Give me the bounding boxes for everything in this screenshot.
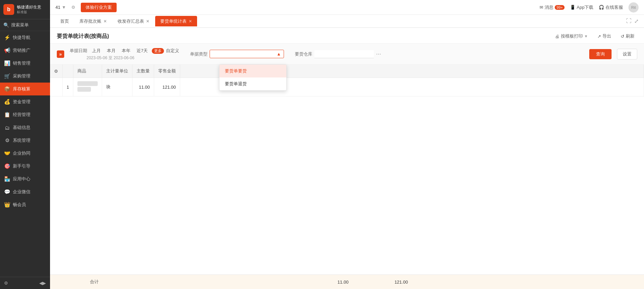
tab-expand-icon[interactable]: ⛶ xyxy=(626,18,631,24)
last-7-days-btn[interactable]: 近7天 xyxy=(135,47,150,54)
sidebar-item-purchase[interactable]: 🛒 采购管理 xyxy=(0,70,50,83)
tab-requisition-stats[interactable]: 要货单统计表 ✕ xyxy=(155,16,197,26)
sidebar: b 畅捷通好生意 标准版 🔍 搜索菜单 ⚡ 快捷导航 📢 营销推广 📊 销售管理… xyxy=(0,0,50,289)
refresh-btn[interactable]: ↺ 刷新 xyxy=(618,32,637,41)
print-chevron-icon: ▼ xyxy=(584,34,588,38)
col-quantity: 主数量 xyxy=(133,65,154,78)
date-more-badge[interactable]: 更多 xyxy=(152,48,164,54)
sidebar-item-label: 企业微信 xyxy=(13,189,30,195)
sidebar-item-label: 资金管理 xyxy=(13,99,30,105)
company-number: 41 xyxy=(55,5,60,10)
type-filter-arrow-icon[interactable]: ▲ xyxy=(277,51,281,57)
requisition-stats-label: 要货单统计表 xyxy=(160,18,187,24)
export-label: 导出 xyxy=(602,33,611,39)
sidebar-item-label: 应用中心 xyxy=(13,176,30,182)
table-wrapper: ⚙ 商品 主计量单位 主数量 零售金额 1 xyxy=(50,65,644,274)
dropdown-item-purchase-order[interactable]: 要货单要货 xyxy=(219,65,286,77)
footer-quantity: 11.00 xyxy=(317,280,369,285)
sidebar-item-label: 销售管理 xyxy=(13,60,30,66)
sidebar-item-wechat[interactable]: 💬 企业微信 xyxy=(0,185,50,198)
inventory-batch-label: 库存批次账 xyxy=(79,18,101,24)
sidebar-item-label: 快捷导航 xyxy=(13,35,30,41)
sidebar-item-finance[interactable]: 💰 资金管理 xyxy=(0,95,50,108)
settings-button[interactable]: 设置 xyxy=(617,49,637,60)
row-product xyxy=(73,78,102,96)
quick-nav-icon: ⚡ xyxy=(4,35,10,41)
online-service-item[interactable]: 🎧 在线客服 xyxy=(599,4,623,10)
tabs-bar: 首页 库存批次账 ✕ 收发存汇总表 ✕ 要货单统计表 ✕ ⛶ ⤢ xyxy=(50,15,644,28)
sidebar-collapse-icon[interactable]: ◀▶ xyxy=(39,281,46,286)
sidebar-item-system[interactable]: ⚙ 系统管理 xyxy=(0,134,50,147)
sidebar-item-sales[interactable]: 📊 销售管理 xyxy=(0,57,50,70)
page-content: 要货单统计表(按商品) 🖨 按模板打印 ▼ ↗ 导出 ↺ 刷新 » xyxy=(50,28,644,289)
warehouse-label: 要货仓库 xyxy=(295,51,312,57)
sidebar-item-member[interactable]: 👑 畅会员 xyxy=(0,198,50,211)
tab-receive-summary[interactable]: 收发存汇总表 ✕ xyxy=(113,16,154,26)
home-tab-label: 首页 xyxy=(60,18,69,24)
col-settings[interactable]: ⚙ xyxy=(50,65,63,78)
tab-home[interactable]: 首页 xyxy=(55,16,74,26)
refresh-icon: ↺ xyxy=(621,34,624,39)
user-avatar[interactable]: Rit xyxy=(628,2,639,13)
member-icon: 👑 xyxy=(4,202,10,208)
search-label: 搜索菜单 xyxy=(11,22,29,28)
query-button[interactable]: 查询 xyxy=(589,49,612,59)
sidebar-item-basic[interactable]: 🗂 基础信息 xyxy=(0,121,50,134)
topbar-left: 41 ▼ ⚙ 体验行业方案 xyxy=(55,3,540,12)
footer-label: 合计 xyxy=(86,279,103,285)
sidebar-settings-icon[interactable]: ⚙ xyxy=(4,281,8,286)
appstore-icon: 🏪 xyxy=(4,176,10,182)
warehouse-filter-input[interactable] xyxy=(314,50,374,58)
message-icon: ✉ xyxy=(540,5,543,10)
sidebar-item-inventory[interactable]: 📦 库存核算 xyxy=(0,83,50,95)
col-amount: 零售金额 xyxy=(154,65,180,78)
sidebar-item-label: 基础信息 xyxy=(13,125,30,131)
tab-inventory-batch[interactable]: 库存批次账 ✕ xyxy=(74,16,112,26)
filter-expand-btn[interactable]: » xyxy=(57,50,64,58)
sidebar-item-quick-nav[interactable]: ⚡ 快捷导航 xyxy=(0,31,50,44)
messages-item[interactable]: ✉ 消息 99+ xyxy=(540,4,565,10)
this-year-btn[interactable]: 本年 xyxy=(120,47,133,54)
marketing-icon: 📢 xyxy=(4,47,10,53)
sidebar-item-operations[interactable]: 📋 经营管理 xyxy=(0,108,50,121)
row-seq: 1 xyxy=(63,78,73,96)
operations-icon: 📋 xyxy=(4,112,10,118)
system-icon: ⚙ xyxy=(4,137,10,143)
row-quantity: 11.00 xyxy=(133,78,154,96)
enterprise-icon: 🤝 xyxy=(4,150,10,156)
last-month-btn[interactable]: 上月 xyxy=(90,47,103,54)
export-icon: ↗ xyxy=(597,34,601,39)
date-range-display: 2023-05-06 至 2023-06-06 xyxy=(70,55,179,61)
guide-icon: 🎯 xyxy=(4,163,10,169)
filter-more-icon[interactable]: ··· xyxy=(376,50,381,58)
sidebar-item-appstore[interactable]: 🏪 应用中心 xyxy=(0,173,50,185)
search-icon: 🔍 xyxy=(3,22,9,28)
tab-close-inventory-batch[interactable]: ✕ xyxy=(103,19,107,24)
logo-text: 畅捷通好生意 xyxy=(17,4,41,10)
tab-close-requisition-stats[interactable]: ✕ xyxy=(189,19,192,24)
company-selector[interactable]: 41 ▼ xyxy=(55,5,66,10)
tab-close-receive-summary[interactable]: ✕ xyxy=(146,19,149,24)
date-custom-btn[interactable]: 自定义 xyxy=(166,48,179,54)
topbar: 41 ▼ ⚙ 体验行业方案 ✉ 消息 99+ 📱 App下载 🎧 在线客服 Ri… xyxy=(50,0,644,15)
type-label: 单据类型 xyxy=(190,51,208,57)
dropdown-item-purchase-return[interactable]: 要货单退货 xyxy=(219,77,286,90)
app-download-item[interactable]: 📱 App下载 xyxy=(570,4,593,10)
avatar-placeholder: Rit xyxy=(631,5,636,9)
type-filter-wrapper: ▲ xyxy=(210,50,284,58)
topbar-gear-icon[interactable]: ⚙ xyxy=(71,5,75,10)
sidebar-search[interactable]: 🔍 搜索菜单 xyxy=(0,19,50,31)
type-filter-input[interactable] xyxy=(213,51,275,57)
basic-icon: 🗂 xyxy=(4,125,10,131)
export-btn[interactable]: ↗ 导出 xyxy=(595,32,614,41)
tab-fullscreen-icon[interactable]: ⤢ xyxy=(634,18,639,24)
trial-button[interactable]: 体验行业方案 xyxy=(81,3,117,12)
sidebar-item-guide[interactable]: 🎯 新手引导 xyxy=(0,160,50,173)
wechat-icon: 💬 xyxy=(4,189,10,195)
footer-amount: 121.00 xyxy=(374,280,428,285)
template-print-btn[interactable]: 🖨 按模板打印 ▼ xyxy=(552,32,591,41)
topbar-right: ✉ 消息 99+ 📱 App下载 🎧 在线客服 Rit xyxy=(540,2,639,13)
sidebar-item-marketing[interactable]: 📢 营销推广 xyxy=(0,44,50,57)
sidebar-item-enterprise[interactable]: 🤝 企业协同 xyxy=(0,147,50,160)
this-month-btn[interactable]: 本月 xyxy=(105,47,118,54)
